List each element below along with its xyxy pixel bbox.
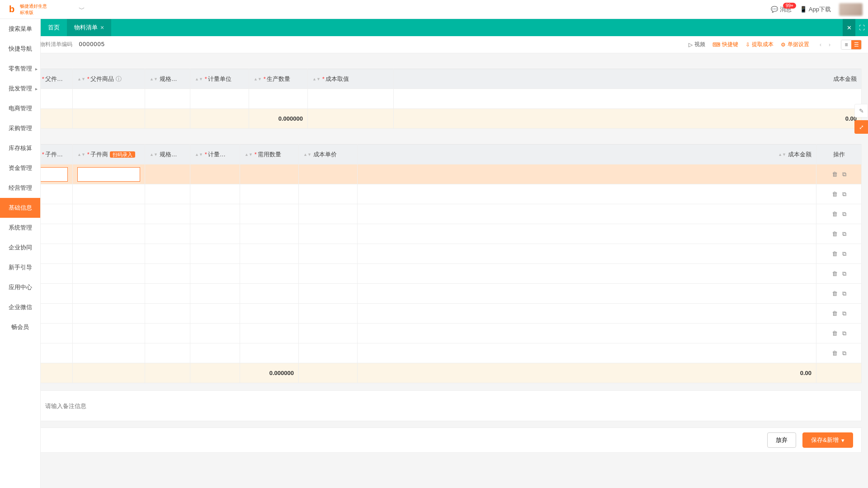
parent-qty-subtotal: 0.000000: [249, 109, 308, 129]
copy-icon[interactable]: ⧉: [842, 230, 846, 238]
copy-icon[interactable]: ⧉: [842, 310, 846, 317]
sidebar-item-9[interactable]: 基础信息: [0, 198, 40, 218]
sidebar-item-4[interactable]: 电商管理: [0, 99, 40, 118]
copy-icon[interactable]: ⧉: [842, 191, 846, 198]
sort-icon[interactable]: ▲▼: [150, 78, 158, 80]
pager-prev[interactable]: ‹: [816, 42, 825, 48]
sort-icon[interactable]: ▲▼: [778, 153, 786, 156]
sidebar-item-13[interactable]: 应用中心: [0, 277, 40, 297]
sidebar-item-11[interactable]: 企业协同: [0, 238, 40, 258]
doc-setting-link[interactable]: ⚙单据设置: [781, 41, 809, 48]
child-col-3[interactable]: ▲▼计量…: [190, 145, 240, 164]
sort-icon[interactable]: ▲▼: [150, 153, 158, 156]
app-download-link[interactable]: 📱 App下载: [800, 5, 831, 14]
delete-icon[interactable]: 🗑: [832, 270, 838, 277]
messages-link[interactable]: 💬 消息 99+: [771, 5, 792, 14]
table-row[interactable]: 8🗑⧉: [7, 304, 862, 324]
sort-icon[interactable]: ▲▼: [245, 153, 253, 156]
edit-rail-button[interactable]: ✎: [854, 104, 868, 117]
video-link[interactable]: ▷视频: [689, 41, 705, 48]
delete-icon[interactable]: 🗑: [832, 330, 838, 337]
sidebar-item-10[interactable]: 系统管理: [0, 218, 40, 238]
hotkey-link[interactable]: ⌨快捷键: [712, 41, 738, 48]
scan-badge[interactable]: 扫码录入: [110, 151, 135, 158]
sidebar-item-6[interactable]: 库存核算: [0, 138, 40, 158]
parent-col-6[interactable]: 成本金额: [394, 69, 862, 89]
delete-icon[interactable]: 🗑: [832, 230, 838, 238]
table-row[interactable]: +🗑⧉: [7, 164, 862, 184]
tabs-close-all[interactable]: ✕: [843, 19, 855, 36]
sidebar-item-7[interactable]: 资金管理: [0, 158, 40, 178]
delete-icon[interactable]: 🗑: [832, 250, 838, 258]
setting-label: 单据设置: [788, 41, 809, 48]
copy-icon[interactable]: ⧉: [842, 290, 846, 297]
table-row[interactable]: 10🗑⧉: [7, 343, 862, 363]
org-dropdown[interactable]: ﹀: [79, 5, 85, 14]
tab-bom[interactable]: 物料清单 ×: [67, 19, 111, 36]
delete-icon[interactable]: 🗑: [832, 350, 838, 357]
sidebar-item-3[interactable]: 批发管理▸: [0, 79, 40, 99]
avatar[interactable]: [839, 3, 863, 16]
table-row[interactable]: 2🗑⧉: [7, 184, 862, 204]
sort-icon[interactable]: ▲▼: [195, 78, 203, 80]
extract-cost-link[interactable]: ⇩提取成本: [745, 41, 774, 48]
action-bar: 放弃 保存&新增 ▾: [6, 427, 862, 453]
sort-icon[interactable]: ▲▼: [195, 153, 203, 156]
sidebar-item-5[interactable]: 采购管理: [0, 118, 40, 138]
messages-badge: 99+: [783, 3, 796, 9]
child-col-5[interactable]: ▲▼成本单价: [299, 145, 358, 164]
sidebar-item-15[interactable]: 畅会员: [0, 317, 40, 337]
copy-icon[interactable]: ⧉: [842, 330, 846, 337]
table-row[interactable]: 7🗑⧉: [7, 284, 862, 304]
sort-icon[interactable]: ▲▼: [254, 78, 262, 80]
remark-input[interactable]: [38, 391, 861, 421]
table-row[interactable]: 3🗑⧉: [7, 204, 862, 224]
table-row[interactable]: 6🗑⧉: [7, 264, 862, 284]
copy-icon[interactable]: ⧉: [842, 250, 846, 258]
child-product-input[interactable]: [77, 167, 140, 182]
save-and-new-button[interactable]: 保存&新增 ▾: [802, 432, 853, 448]
delete-icon[interactable]: 🗑: [832, 191, 838, 198]
copy-icon[interactable]: ⧉: [842, 211, 846, 218]
copy-icon[interactable]: ⧉: [842, 350, 846, 357]
help-icon[interactable]: ⓘ: [116, 75, 122, 82]
tab-home[interactable]: 首页: [41, 19, 67, 36]
delete-icon[interactable]: 🗑: [832, 310, 838, 317]
delete-icon[interactable]: 🗑: [832, 290, 838, 297]
sort-icon[interactable]: ▲▼: [77, 153, 85, 156]
pager-next[interactable]: ›: [826, 42, 834, 48]
sidebar-item-8[interactable]: 经营管理: [0, 178, 40, 198]
delete-icon[interactable]: 🗑: [832, 211, 838, 218]
table-row[interactable]: 4🗑⧉: [7, 224, 862, 244]
child-col-7[interactable]: 操作: [816, 145, 862, 164]
copy-icon[interactable]: ⧉: [842, 270, 846, 277]
expand-rail-button[interactable]: ⤢: [854, 120, 868, 134]
sidebar-item-1[interactable]: 快捷导航: [0, 39, 40, 59]
view-form[interactable]: ☰: [851, 40, 861, 49]
parent-col-5[interactable]: ▲▼成本取值: [308, 69, 394, 89]
parent-col-3[interactable]: ▲▼计量单位: [190, 69, 249, 89]
sort-icon[interactable]: ▲▼: [303, 153, 311, 156]
copy-icon[interactable]: ⧉: [842, 171, 846, 178]
child-col-1[interactable]: ▲▼子件商扫码录入: [73, 145, 145, 164]
close-icon[interactable]: ×: [100, 24, 104, 31]
discard-button[interactable]: 放弃: [767, 432, 796, 448]
fullscreen-icon[interactable]: ⛶: [855, 19, 868, 36]
sidebar-item-12[interactable]: 新手引导: [0, 258, 40, 277]
delete-icon[interactable]: 🗑: [832, 171, 838, 178]
table-row[interactable]: 1: [7, 89, 862, 109]
child-col-2[interactable]: ▲▼规格…: [145, 145, 190, 164]
child-col-6[interactable]: ▲▼成本金额: [358, 145, 816, 164]
table-row[interactable]: 9🗑⧉: [7, 324, 862, 343]
sidebar-item-2[interactable]: 零售管理▸: [0, 59, 40, 79]
parent-col-2[interactable]: ▲▼规格…: [145, 69, 190, 89]
sort-icon[interactable]: ▲▼: [312, 78, 321, 80]
parent-col-4[interactable]: ▲▼生产数量: [249, 69, 308, 89]
parent-col-1[interactable]: ▲▼父件商品 ⓘ: [73, 69, 145, 89]
sort-icon[interactable]: ▲▼: [77, 78, 85, 80]
view-list[interactable]: ≡: [841, 40, 851, 49]
sidebar-item-0[interactable]: 搜索菜单: [0, 19, 40, 39]
child-col-4[interactable]: ▲▼需用数量: [240, 145, 299, 164]
table-row[interactable]: 5🗑⧉: [7, 244, 862, 264]
sidebar-item-14[interactable]: 企业微信: [0, 297, 40, 317]
